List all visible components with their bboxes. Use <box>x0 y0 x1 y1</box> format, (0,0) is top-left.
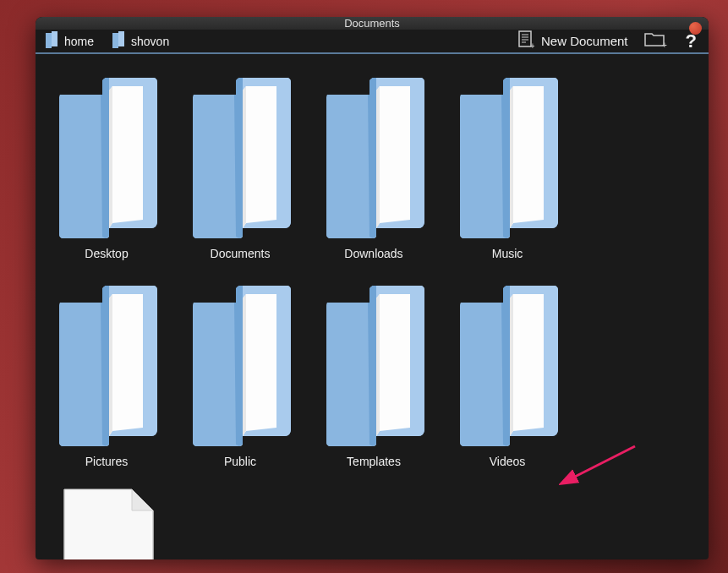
item-label: Music <box>492 247 523 260</box>
folder-item[interactable]: Downloads <box>311 69 436 260</box>
new-document-icon: + <box>517 30 534 52</box>
folder-item[interactable]: Public <box>178 277 303 468</box>
new-document-label: New Document <box>541 34 628 48</box>
svg-text:+: + <box>530 41 534 50</box>
window-title: Documents <box>344 17 400 30</box>
item-label: Public <box>224 455 256 468</box>
item-label: Desktop <box>85 247 128 260</box>
folder-item[interactable]: Desktop <box>44 69 169 260</box>
titlebar[interactable]: Documents <box>36 17 709 30</box>
breadcrumb-shovon[interactable]: shovon <box>111 30 169 52</box>
breadcrumb-home[interactable]: home <box>44 30 94 52</box>
folder-item[interactable]: Music <box>445 69 570 260</box>
svg-rect-0 <box>519 31 531 46</box>
toolbar: home shovon <box>36 30 709 54</box>
file-item[interactable] <box>44 485 169 559</box>
file-icon <box>52 485 161 559</box>
close-button[interactable] <box>689 22 702 35</box>
item-label: Pictures <box>85 455 129 468</box>
svg-text:+: + <box>662 41 667 49</box>
item-label: Templates <box>347 455 401 468</box>
file-manager-window: Documents home <box>36 17 709 559</box>
new-folder-icon[interactable]: + <box>643 30 667 52</box>
item-label: Videos <box>490 455 526 468</box>
new-document-button[interactable]: + New Document <box>517 30 628 52</box>
folder-icon <box>185 69 295 242</box>
folder-icon <box>319 69 429 242</box>
content-area[interactable]: Desktop Documents Downloads Music Pictur… <box>36 54 709 559</box>
folder-icon <box>319 277 429 450</box>
item-label: Documents <box>211 247 271 260</box>
folder-icon <box>185 277 295 450</box>
folder-item[interactable]: Pictures <box>44 277 169 468</box>
breadcrumb: home shovon <box>44 30 169 52</box>
folder-icon <box>52 69 161 242</box>
folder-icon <box>452 277 562 450</box>
folder-item[interactable]: Videos <box>445 277 570 468</box>
breadcrumb-label: home <box>64 35 94 48</box>
folder-icon <box>452 69 562 242</box>
folder-small-icon <box>44 30 59 52</box>
folder-icon <box>52 277 161 450</box>
folder-item[interactable]: Templates <box>311 277 436 468</box>
folder-small-icon <box>111 30 126 52</box>
toolbar-right: + New Document + ? <box>517 30 700 52</box>
folder-item[interactable]: Documents <box>178 69 303 260</box>
item-label: Downloads <box>344 247 402 260</box>
breadcrumb-label: shovon <box>131 35 169 48</box>
